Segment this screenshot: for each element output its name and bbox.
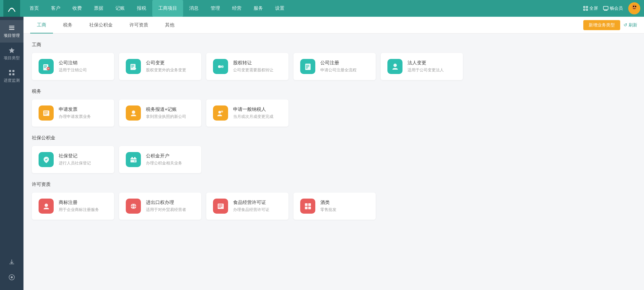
tab-social-security[interactable]: 社保公积金: [83, 17, 119, 33]
svg-rect-38: [44, 112, 48, 112]
svg-point-41: [132, 111, 135, 114]
svg-rect-34: [306, 67, 308, 68]
nav-bill[interactable]: 票据: [88, 0, 109, 17]
card-legal-change[interactable]: 法人变更 适用于公司变更法人: [381, 53, 463, 80]
list-icon: [8, 24, 15, 31]
section-title-social: 社保公积金: [32, 135, 636, 141]
svg-rect-16: [9, 73, 11, 75]
add-type-button[interactable]: 新增业务类型: [583, 20, 620, 30]
svg-rect-3: [586, 9, 588, 10]
section-title-business: 工商: [32, 42, 636, 48]
company-change-icon: [126, 59, 141, 74]
avatar[interactable]: [628, 2, 641, 15]
nav-client[interactable]: 客户: [45, 0, 66, 17]
top-navigation: 首页 客户 收费 票据 记账 报税 工商项目 消息 管理 经营 服务 设置 全屏…: [0, 0, 644, 17]
card-equity-transfer[interactable]: 股权转让 公司变更需要股权转让: [206, 53, 288, 80]
nav-manage[interactable]: 管理: [205, 0, 226, 17]
sidebar-item-project-type[interactable]: 项目类型: [0, 43, 23, 65]
nav-service[interactable]: 服务: [248, 0, 269, 17]
svg-rect-22: [44, 66, 47, 67]
card-liquor[interactable]: 酒类 零售批发: [293, 193, 376, 220]
nav-message[interactable]: 消息: [183, 0, 205, 17]
invoice-apply-text: 申请发票 办理申请发票业务: [59, 106, 91, 120]
svg-rect-35: [306, 68, 308, 69]
tax-report-icon: [126, 105, 141, 121]
tax-report-title: 税务报道+记账: [146, 106, 186, 113]
card-company-register[interactable]: 公司注册 申请公司注册全流程: [293, 53, 376, 80]
svg-rect-45: [130, 159, 137, 160]
social-security-text: 社保登记 进行人员社保登记: [59, 153, 91, 166]
card-import-export[interactable]: 进出口权办理 适用于对外贸易经营者: [119, 193, 201, 220]
general-taxpayer-desc: 当月或次月成变更完成: [233, 114, 273, 120]
main-layout: 项目管理 项目类型 进度监测: [0, 17, 644, 290]
trademark-text: 商标注册 用于企业商标注册服务: [59, 200, 99, 213]
social-security-title: 社保登记: [59, 153, 91, 159]
sidebar-settings[interactable]: [0, 270, 23, 285]
card-social-security[interactable]: 社保登记 进行人员社保登记: [32, 146, 114, 173]
company-cancel-desc: 适用于注销公司: [59, 67, 87, 73]
svg-rect-21: [44, 65, 47, 66]
nav-settings[interactable]: 设置: [269, 0, 290, 17]
card-company-cancel[interactable]: 公司注销 适用于注销公司: [32, 53, 114, 80]
license-cards-grid: 商标注册 用于企业商标注册服务 进出口权办理: [32, 193, 636, 220]
provident-fund-icon: [126, 152, 141, 167]
nav-fee[interactable]: 收费: [66, 0, 88, 17]
star-icon: [8, 47, 15, 54]
tab-tax[interactable]: 税务: [56, 17, 79, 33]
refresh-button[interactable]: ↺ 刷新: [624, 22, 637, 28]
nav-right-area: 全屏 畅会员: [583, 2, 641, 15]
tax-report-desc: 拿到营业执照的新公司: [146, 114, 186, 120]
fullscreen-button[interactable]: 全屏: [583, 5, 598, 11]
card-food-license[interactable]: 食品经营许可证 办理食品经营许可证: [206, 193, 288, 220]
tabs: 工商 税务 社保公积金 许可资质 其他: [30, 17, 181, 33]
liquor-desc: 零售批发: [320, 207, 336, 213]
page-content: 工商 公司注销 适用: [23, 33, 644, 290]
section-title-tax: 税务: [32, 88, 636, 94]
svg-rect-58: [305, 207, 308, 209]
card-invoice-apply[interactable]: 申请发票 办理申请发票业务: [32, 99, 114, 127]
svg-rect-55: [218, 207, 221, 208]
import-export-icon: [126, 199, 141, 214]
general-taxpayer-text: 申请一般纳税人 当月或次月成变更完成: [233, 106, 273, 120]
nav-bookkeep[interactable]: 记账: [109, 0, 131, 17]
card-general-taxpayer[interactable]: 申请一般纳税人 当月或次月成变更完成: [206, 99, 288, 127]
equity-transfer-text: 股权转让 公司变更需要股权转让: [233, 60, 273, 73]
circle-dot-icon: [8, 274, 15, 281]
svg-rect-11: [9, 27, 14, 28]
card-tax-report[interactable]: 税务报道+记账 拿到营业执照的新公司: [119, 99, 201, 127]
card-company-change[interactable]: 公司变更 股权变更外的业务变更: [119, 53, 201, 80]
svg-point-19: [11, 276, 13, 278]
trademark-title: 商标注册: [59, 200, 99, 206]
card-provident-fund[interactable]: 公积金开户 办理公积金相关业务: [119, 146, 201, 173]
sidebar-label-progress: 进度监测: [4, 78, 20, 83]
company-change-title: 公司变更: [146, 60, 186, 66]
section-title-license: 许可资质: [32, 182, 636, 188]
tab-other[interactable]: 其他: [158, 17, 181, 33]
import-export-text: 进出口权办理 适用于对外贸易经营者: [146, 200, 186, 213]
svg-point-43: [221, 111, 223, 113]
sidebar-item-project-manage[interactable]: 项目管理: [0, 20, 23, 43]
sidebar-label-project-type: 项目类型: [4, 55, 20, 61]
svg-rect-33: [306, 66, 309, 67]
provident-fund-desc: 办理公积金相关业务: [146, 160, 182, 166]
nav-business[interactable]: 工商项目: [152, 0, 183, 17]
import-export-desc: 适用于对外贸易经营者: [146, 207, 186, 213]
card-trademark[interactable]: 商标注册 用于企业商标注册服务: [32, 193, 114, 220]
nav-tax[interactable]: 报税: [131, 0, 152, 17]
nav-operation[interactable]: 经营: [226, 0, 248, 17]
nav-home[interactable]: 首页: [23, 0, 45, 17]
company-register-desc: 申请公司注册全流程: [320, 67, 357, 73]
sidebar-download[interactable]: [0, 254, 23, 270]
svg-rect-17: [12, 73, 14, 75]
sidebar-item-progress[interactable]: 进度监测: [0, 65, 23, 87]
content-area: 工商 税务 社保公积金 许可资质 其他 新增业务类型 ↺ 刷新 工商: [23, 17, 644, 290]
svg-rect-57: [308, 203, 311, 206]
svg-rect-46: [131, 157, 133, 159]
import-export-title: 进出口权办理: [146, 200, 186, 206]
svg-rect-12: [9, 29, 14, 30]
member-button[interactable]: 畅会员: [603, 5, 623, 11]
trademark-desc: 用于企业商标注册服务: [59, 207, 99, 213]
tab-license[interactable]: 许可资质: [123, 17, 155, 33]
tab-business-registration[interactable]: 工商: [30, 17, 53, 33]
legal-change-icon: [387, 59, 402, 74]
